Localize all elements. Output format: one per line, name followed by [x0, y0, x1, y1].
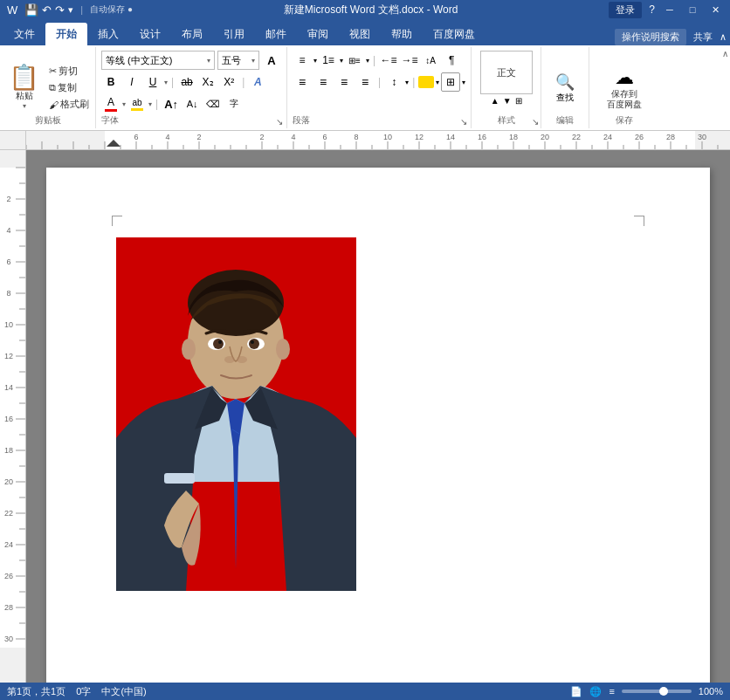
styles-box[interactable]: 正文 [480, 51, 533, 94]
font-expand-btn[interactable]: ↘ [276, 117, 283, 127]
font-size-dropdown[interactable]: 五号 ▾ [217, 51, 259, 70]
tab-insert[interactable]: 插入 [87, 23, 129, 45]
restore-btn[interactable]: □ [685, 2, 700, 17]
font-color-btn[interactable]: A [101, 94, 121, 113]
borders-btn[interactable]: ⊞ [441, 72, 460, 92]
tab-help[interactable]: 帮助 [381, 23, 423, 45]
increase-font-btn[interactable]: A↑ [162, 94, 181, 113]
ribbon-collapse-btn[interactable]: ∧ [720, 31, 727, 43]
feature-search[interactable]: 操作说明搜索 [615, 29, 686, 45]
tab-design[interactable]: 设计 [129, 23, 171, 45]
shading-arrow[interactable]: ▾ [436, 79, 439, 86]
customize-btn[interactable]: ▾ [68, 4, 73, 16]
font-color-arrow[interactable]: ▾ [122, 100, 126, 108]
view-outline-btn[interactable]: ≡ [609, 686, 614, 697]
tab-mailings[interactable]: 邮件 [255, 23, 297, 45]
cloud-icon: ☁ [615, 66, 634, 89]
paste-label: 粘贴 [16, 90, 33, 102]
subscript-btn[interactable]: X₂ [198, 72, 217, 92]
save-quick-btn[interactable]: 💾 [24, 3, 38, 17]
align-right-btn[interactable]: ≡ [334, 72, 354, 92]
document-image[interactable] [116, 237, 356, 591]
tab-file[interactable]: 文件 [3, 23, 45, 45]
undo-btn[interactable]: ↶ [42, 3, 52, 17]
share-button[interactable]: 共享 [693, 31, 713, 44]
tab-references[interactable]: 引用 [213, 23, 255, 45]
underline-dropdown[interactable]: ▾ [164, 79, 168, 86]
zoom-slider[interactable] [622, 690, 692, 693]
tab-view[interactable]: 视图 [339, 23, 381, 45]
underline-button[interactable]: U [143, 72, 162, 92]
tab-home[interactable]: 开始 [45, 23, 87, 45]
style-preview: 正文 [497, 66, 516, 79]
show-marks-btn[interactable]: ¶ [442, 51, 461, 70]
view-normal-btn[interactable]: 📄 [570, 686, 582, 697]
phonetic-btn[interactable]: 字 [224, 94, 244, 113]
decrease-indent-btn[interactable]: ←≡ [379, 51, 398, 70]
align-center-btn[interactable]: ≡ [313, 72, 333, 92]
char-icon: 字 [230, 98, 238, 110]
borders-arrow[interactable]: ▾ [462, 79, 465, 86]
decrease-font-btn[interactable]: A↓ [182, 94, 202, 113]
help-btn[interactable]: ? [649, 3, 655, 16]
spacing-arrow[interactable]: ▾ [405, 79, 409, 86]
word-icon: W [7, 3, 17, 17]
numbered-list-btn[interactable]: 1≡ [319, 51, 338, 70]
bullet-list-btn[interactable]: ≡ [293, 51, 312, 70]
format-painter-button[interactable]: 🖌 格式刷 [46, 97, 92, 112]
clipboard-small-btns: ✂ 剪切 ⧉ 复制 🖌 格式刷 [46, 64, 92, 112]
styles-down-arrow[interactable]: ▼ [503, 96, 512, 106]
copy-button[interactable]: ⧉ 复制 [46, 80, 92, 95]
sort-btn[interactable]: ↕A [421, 51, 440, 70]
document-area[interactable] [26, 150, 730, 683]
highlight-btn[interactable]: ab [127, 94, 147, 113]
align-left-btn[interactable]: ≡ [293, 72, 312, 92]
tab-review[interactable]: 审阅 [297, 23, 339, 45]
clipboard-label: 剪贴板 [0, 114, 95, 127]
shading-btn[interactable] [418, 76, 434, 88]
svg-point-4 [276, 339, 290, 360]
tab-baidu[interactable]: 百度网盘 [423, 23, 486, 45]
paste-button[interactable]: 📋 粘贴 ▾ [3, 62, 45, 113]
bullet-arrow[interactable]: ▾ [313, 57, 317, 65]
styles-up-arrow[interactable]: ▲ [491, 96, 499, 106]
styles-expand-arrow[interactable]: ⊞ [515, 96, 522, 106]
line-spacing-btn[interactable]: ↕ [384, 72, 403, 92]
numbered-arrow[interactable]: ▾ [340, 57, 343, 65]
font-name-dropdown[interactable]: 等线 (中文正文) ▾ [101, 51, 215, 70]
superscript-btn[interactable]: X² [219, 72, 238, 92]
bold-button[interactable]: B [101, 72, 121, 92]
close-btn[interactable]: ✕ [707, 2, 723, 17]
login-button[interactable]: 登录 [609, 2, 642, 18]
font-group: 等线 (中文正文) ▾ 五号 ▾ A B I U ▾ | ab X₂ X² | … [96, 47, 287, 128]
highlight-arrow[interactable]: ▾ [148, 100, 152, 108]
increase-indent-btn[interactable]: →≡ [400, 51, 419, 70]
strikethrough-btn[interactable]: ab [177, 72, 196, 92]
clear-format-btn[interactable]: A [262, 51, 281, 70]
para-expand-btn[interactable]: ↘ [460, 117, 467, 127]
cut-button[interactable]: ✂ 剪切 [46, 64, 92, 79]
tab-layout[interactable]: 布局 [171, 23, 213, 45]
italic-button[interactable]: I [122, 72, 141, 92]
zoom-level[interactable]: 100% [699, 686, 723, 697]
view-web-btn[interactable]: 🌐 [589, 686, 602, 697]
minimize-btn[interactable]: ─ [662, 2, 678, 17]
scissors-icon: ✂ [49, 65, 57, 77]
ribbon-expand-btn[interactable]: ∧ [720, 47, 730, 128]
cut-label: 剪切 [59, 65, 78, 78]
vertical-ruler-canvas [0, 150, 26, 683]
size-dropdown-arrow: ▾ [251, 57, 255, 65]
para-sep2: | [378, 76, 381, 88]
text-effect-btn[interactable]: A [248, 72, 267, 92]
svg-point-7 [218, 340, 222, 344]
find-button[interactable]: 🔍 查找 [555, 72, 575, 104]
multilevel-list-btn[interactable]: ⊞≡ [345, 51, 364, 70]
multilevel-arrow[interactable]: ▾ [366, 57, 369, 65]
font-color-indicator: A [105, 96, 117, 112]
clear-all-fmt-btn[interactable]: ⌫ [203, 94, 223, 113]
justify-btn[interactable]: ≡ [355, 72, 375, 92]
styles-expand-btn[interactable]: ↘ [532, 117, 539, 127]
save-to-cloud-btn[interactable]: ☁ 保存到百度网盘 [607, 66, 642, 110]
redo-btn[interactable]: ↷ [55, 3, 65, 17]
status-bar: 第1页，共1页 0字 中文(中国) 📄 🌐 ≡ 100% [0, 683, 730, 700]
